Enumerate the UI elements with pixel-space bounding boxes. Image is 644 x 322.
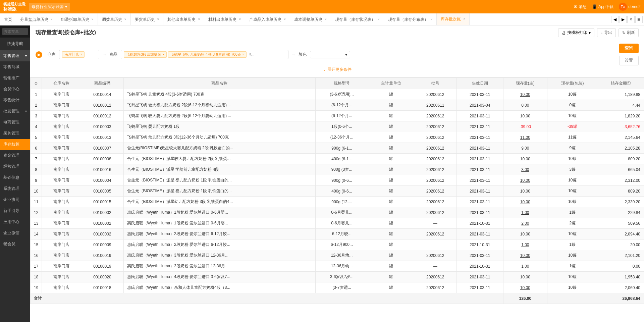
tab-close-icon[interactable]: ×	[284, 13, 286, 25]
tab-tiao-bo[interactable]: 调拨单历史 ×	[98, 13, 131, 25]
td-qty-main[interactable]: 1.00	[503, 261, 547, 272]
sidebar-item-qiye[interactable]: 企业协同	[0, 194, 30, 205]
app-download-btn[interactable]: 📱 App下载	[592, 4, 613, 10]
sidebar-item-lingsu-shangcheng[interactable]: 零售商城	[0, 61, 30, 72]
sidebar-item-yingxiao[interactable]: 营销推广	[0, 72, 30, 84]
filter-toggle-btn[interactable]: ▶	[36, 51, 42, 58]
sidebar-item-pifa[interactable]: 批发管理 ▾	[0, 106, 30, 117]
td-qty-main[interactable]: 10.00	[503, 175, 547, 186]
td-warehouse: 南岸门店	[42, 89, 81, 100]
tab-close-icon[interactable]: ×	[51, 13, 53, 25]
td-qty-main[interactable]: 3.00	[503, 164, 547, 175]
export-btn[interactable]: ↓ 导出	[597, 28, 616, 37]
user-avatar[interactable]: Ea demo2	[619, 3, 641, 11]
td-qty-main[interactable]: 9.00	[503, 143, 547, 154]
sidebar-item-lingsu[interactable]: 零售管理 ▾	[0, 50, 30, 61]
tab-close-icon[interactable]: ×	[463, 13, 465, 25]
sidebar-item-caigou[interactable]: 采购管理	[0, 128, 30, 139]
sidebar-item-xinshou[interactable]: 新手引导	[0, 205, 30, 216]
sidebar-item-xitong[interactable]: 系统管理	[0, 183, 30, 194]
goods-tag-2-close[interactable]: ×	[242, 53, 244, 56]
td-unit: 罐	[368, 100, 414, 111]
tab-cangku-pici[interactable]: 库存批次账 ×	[437, 13, 470, 25]
table-row: 7 南岸门店 00100008 合生元（BIOSTIME）派星较大婴儿配方奶粉 …	[31, 154, 644, 164]
warehouse-tag-close[interactable]: ×	[80, 53, 82, 56]
tab-qita-chu[interactable]: 其他出库单历史 ×	[163, 13, 204, 25]
sidebar-item-huiyuan[interactable]: 会员中心	[0, 84, 30, 95]
td-qty-main[interactable]: 10.00	[503, 111, 547, 121]
expand-more-btn[interactable]: ⌄ 展开更多条件	[323, 67, 351, 72]
td-qty-main[interactable]: 10.00	[503, 154, 547, 164]
tab-fen-pan[interactable]: 分量盘点单历史 ×	[16, 13, 57, 25]
td-expire: 2021-03-11	[457, 250, 503, 261]
tab-xianzai-fenbr[interactable]: 现存量（库存分布表） ×	[384, 13, 437, 25]
td-qty-main[interactable]: 1.00	[503, 239, 547, 250]
goods-ellipsis[interactable]: ···	[292, 52, 295, 57]
sidebar-item-changhui[interactable]: 畅会员	[0, 238, 30, 250]
td-qty-main[interactable]: 10.00	[503, 282, 547, 293]
td-qty-main[interactable]: 10.00	[503, 250, 547, 261]
filter-expand-row: ⌄ 展开更多条件	[36, 65, 639, 74]
sidebar-item-yingyong[interactable]: 应用中心	[0, 216, 30, 227]
td-qty-main[interactable]: 2.00	[503, 218, 547, 229]
td-qty-main[interactable]: 1.00	[503, 207, 547, 218]
td-amount: 4.44	[598, 100, 644, 111]
tab-zu-chai[interactable]: 组装拆卸单历史 ×	[57, 13, 98, 25]
sidebar-item-quick-nav[interactable]: 快捷导航	[0, 38, 30, 50]
sidebar-item-jichu[interactable]: 基础信息	[0, 172, 30, 183]
sidebar-item-dianshang[interactable]: 电商管理	[0, 117, 30, 128]
td-qty-main[interactable]: 10.00	[503, 229, 547, 239]
setting-btn[interactable]: 设置	[619, 56, 639, 65]
tabs-close-btn[interactable]: ×	[627, 16, 635, 23]
td-batch: 20200612	[414, 272, 457, 282]
tab-close-icon[interactable]: ×	[124, 13, 126, 25]
refresh-btn[interactable]: ↻ 刷新	[619, 28, 639, 37]
tab-home[interactable]: 首页	[0, 13, 16, 25]
tab-close-icon[interactable]: ×	[198, 13, 200, 25]
tab-close-icon[interactable]: ×	[431, 13, 433, 25]
sidebar-item-lingsu-tongji[interactable]: 零售统计	[0, 95, 30, 106]
tab-xianzai-cangku[interactable]: 现存量（库存状况表） ×	[331, 13, 384, 25]
td-qty-main[interactable]: -39.00	[503, 121, 547, 132]
td-qty-main[interactable]: 10.00	[503, 186, 547, 197]
tabs-more-btn[interactable]: ⊞	[635, 16, 643, 23]
td-qty-main[interactable]: 10.00	[503, 89, 547, 100]
td-qty-main[interactable]: 10.00	[503, 272, 547, 282]
td-expire: 2021-03-11	[457, 186, 503, 197]
tab-close-icon[interactable]: ×	[239, 13, 241, 25]
sidebar-item-jingying[interactable]: 经营管理	[0, 161, 30, 172]
search-input[interactable]	[2, 28, 28, 35]
tab-close-icon[interactable]: ×	[157, 13, 159, 25]
warehouse-ellipsis[interactable]: ···	[103, 52, 106, 57]
tabs-next-btn[interactable]: ▶	[619, 16, 627, 23]
gear-icon[interactable]: ⚙	[34, 81, 38, 86]
workspace-selector[interactable]: 母婴行业演示账套 ▾	[29, 3, 70, 11]
tabs-prev-btn[interactable]: ◀	[611, 16, 619, 23]
tab-yao-huo[interactable]: 要货单历史 ×	[131, 13, 164, 25]
print-btn[interactable]: 🖨 按模板打印 ▾	[558, 28, 594, 37]
tab-chengpin-ru[interactable]: 产成品入库单历史 ×	[245, 13, 290, 25]
td-qty-main[interactable]: 0.00	[503, 100, 547, 111]
color-filter-dropdown[interactable]: ▾	[310, 51, 350, 58]
tab-cailiao-chu[interactable]: 材料出库单历史 ×	[204, 13, 245, 25]
tab-chengben[interactable]: 成本调整单历史 ×	[290, 13, 331, 25]
td-qty-main[interactable]: 11.00	[503, 132, 547, 143]
query-btn[interactable]: 查询	[619, 44, 639, 53]
goods-tag-1-close[interactable]: ×	[162, 53, 164, 56]
warehouse-filter-input[interactable]: 南岸门店 ×	[59, 50, 99, 59]
tab-close-icon[interactable]: ×	[378, 13, 380, 25]
message-btn[interactable]: ✉ 消息	[574, 4, 587, 10]
td-amount: 665.04	[598, 164, 644, 175]
sidebar-item-qiyeweixin[interactable]: 企业微信	[0, 227, 30, 238]
sidebar-item-kucun[interactable]: 库存核算	[0, 139, 30, 150]
table-row: 17 南岸门店 00100019 惠氏启聪（Wyeth illuma）3段奶粉 …	[31, 261, 644, 272]
td-expire: 2021-03-04	[457, 100, 503, 111]
sidebar-item-zijin[interactable]: 资金管理	[0, 150, 30, 161]
td-expire: 2021-03-11	[457, 111, 503, 121]
td-batch: 20200612	[414, 282, 457, 293]
tab-close-icon[interactable]: ×	[325, 13, 327, 25]
goods-filter-input[interactable]: 飞鹤奶粉3段四罐提装 × 飞鹤星飞帆 儿童奶粉 4段(3-6岁适用) 700克 …	[121, 50, 288, 59]
td-no: 14	[31, 229, 42, 239]
td-qty-main[interactable]: 10.00	[503, 197, 547, 207]
tab-close-icon[interactable]: ×	[92, 13, 94, 25]
